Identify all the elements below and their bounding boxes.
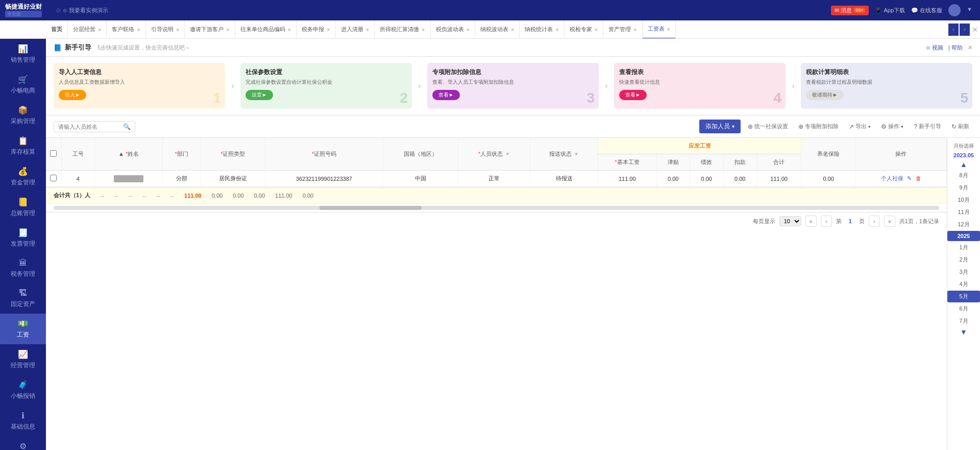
search-input[interactable] bbox=[58, 124, 121, 130]
toolbar-action-special[interactable]: ⊕ 专项附加扣除 bbox=[795, 121, 842, 132]
month-8[interactable]: 8月 bbox=[947, 170, 980, 181]
month-2[interactable]: 2月 bbox=[947, 254, 980, 266]
tab-shufu[interactable]: 税负波动表 × bbox=[431, 20, 475, 39]
tab-close-nashuistat[interactable]: × bbox=[555, 27, 558, 33]
row-checkbox[interactable] bbox=[50, 175, 57, 181]
tab-close-shuiwu[interactable]: × bbox=[327, 27, 330, 33]
search-box[interactable]: 🔍 bbox=[54, 121, 135, 132]
tab-close-zichan[interactable]: × bbox=[633, 27, 636, 33]
sidebar-item-expense[interactable]: 🧳 小畅报销 bbox=[0, 375, 46, 406]
month-12[interactable]: 12月 bbox=[947, 219, 980, 230]
step-5-btn[interactable]: 敬请期待► bbox=[806, 90, 844, 100]
toolbar-action-guide[interactable]: ? 新手引导 bbox=[911, 121, 944, 132]
sidebar-item-finance[interactable]: 💰 资金管理 bbox=[0, 161, 46, 192]
demo-link[interactable]: ⊙ ⊙ 我要看实例演示 bbox=[51, 7, 113, 14]
sidebar-item-payroll[interactable]: 💵 工资 bbox=[0, 314, 46, 344]
guide-close[interactable]: ✕ bbox=[968, 44, 972, 51]
online-service-button[interactable]: 💬 在线客服 bbox=[911, 7, 942, 14]
step-1-btn[interactable]: 导入► bbox=[59, 90, 86, 100]
month-3[interactable]: 3月 bbox=[947, 266, 980, 278]
add-person-button[interactable]: 添加人员 ▾ bbox=[699, 120, 741, 133]
tab-kehu[interactable]: 客户联络 × bbox=[107, 20, 145, 39]
report-filter-icon[interactable]: ▼ bbox=[574, 151, 579, 157]
prev-page-btn[interactable]: ‹ bbox=[821, 216, 832, 227]
sidebar-item-ledger[interactable]: 📒 总账管理 bbox=[0, 192, 46, 223]
sidebar-item-invoice[interactable]: 🧾 发票管理 bbox=[0, 223, 46, 253]
step-4-btn[interactable]: 查看► bbox=[619, 90, 647, 100]
first-page-btn[interactable]: « bbox=[805, 216, 817, 227]
sidebar-item-system[interactable]: ⚙ 系统管理 bbox=[0, 436, 46, 450]
sidebar-item-assets[interactable]: 🏗 固定资产 bbox=[0, 283, 46, 314]
tab-nashuistat[interactable]: 纳税统计表 × bbox=[520, 20, 564, 39]
tab-gongzi[interactable]: 工资表 × bbox=[643, 20, 676, 39]
tab-close-shuijian[interactable]: × bbox=[595, 27, 598, 33]
step-3-btn[interactable]: 查看► bbox=[432, 90, 460, 100]
next-page-btn[interactable]: › bbox=[869, 216, 880, 227]
tab-prev-arrow[interactable]: ‹ bbox=[948, 23, 959, 36]
close-all-tabs[interactable]: ✕ bbox=[970, 26, 980, 34]
sidebar-item-ecommerce[interactable]: 🛒 小畅电商 bbox=[0, 69, 46, 100]
tab-close-kehu[interactable]: × bbox=[137, 27, 140, 33]
toolbar-action-refresh[interactable]: ↻ 刷新 bbox=[948, 121, 972, 132]
select-all-checkbox[interactable] bbox=[50, 150, 57, 157]
tab-close-shufu[interactable]: × bbox=[467, 27, 470, 33]
sidebar-item-purchase[interactable]: 📦 采购管理 bbox=[0, 100, 46, 131]
tab-close-yaoqing[interactable]: × bbox=[226, 27, 229, 33]
notification-button[interactable]: ✉ 消息 99+ bbox=[831, 6, 869, 15]
tab-qingce[interactable]: 进入清册 × bbox=[336, 20, 375, 39]
month-10[interactable]: 10月 bbox=[947, 194, 980, 206]
tab-close-yindao[interactable]: × bbox=[176, 27, 179, 33]
footer-dash-3: -- bbox=[129, 193, 132, 199]
guide-title-text: 新手引导 bbox=[65, 43, 91, 52]
action-edit[interactable]: ✎ bbox=[907, 175, 912, 181]
toolbar-action-export[interactable]: ↗ 导出 ▾ bbox=[846, 121, 874, 132]
tab-close-gongzi[interactable]: × bbox=[667, 26, 670, 32]
sidebar-item-operations[interactable]: 📈 经营管理 bbox=[0, 344, 46, 375]
sidebar-item-sales[interactable]: 📊 销售管理 bbox=[0, 39, 46, 69]
tab-shuijian[interactable]: 税检专家 × bbox=[565, 20, 603, 39]
sidebar-item-inventory[interactable]: 📋 库存核算 bbox=[0, 131, 46, 161]
month-9[interactable]: 9月 bbox=[947, 182, 980, 194]
guide-help-link[interactable]: | 帮助 bbox=[948, 44, 963, 52]
per-page-select[interactable]: 10 20 50 bbox=[779, 216, 801, 226]
status-filter-icon[interactable]: ▼ bbox=[505, 151, 510, 157]
tab-close-nashui[interactable]: × bbox=[511, 27, 514, 33]
month-down-btn[interactable]: ▼ bbox=[959, 327, 968, 337]
step-2-btn[interactable]: 设置► bbox=[246, 90, 273, 100]
user-menu[interactable]: ▼ bbox=[967, 6, 975, 14]
tab-nav-arrows[interactable]: ‹ › bbox=[948, 23, 970, 36]
tab-close-wanglai[interactable]: × bbox=[288, 27, 291, 33]
month-6[interactable]: 6月 bbox=[947, 303, 980, 315]
tab-next-arrow[interactable]: › bbox=[960, 23, 970, 36]
toolbar-action-ops[interactable]: ⚙ 操作 ▾ bbox=[878, 121, 906, 132]
tab-fenceng[interactable]: 分层经营 × bbox=[68, 20, 107, 39]
tab-close-fenceng[interactable]: × bbox=[98, 27, 101, 33]
month-11[interactable]: 11月 bbox=[947, 206, 980, 218]
tab-yaoqing[interactable]: 邀请下游客户 × bbox=[185, 20, 235, 39]
month-1[interactable]: 1月 bbox=[947, 242, 980, 253]
action-social[interactable]: 个人社保 bbox=[881, 175, 903, 181]
action-delete[interactable]: 🗑 bbox=[916, 175, 921, 181]
month-up-btn[interactable]: ▲ bbox=[959, 159, 968, 170]
month-7[interactable]: 7月 bbox=[947, 315, 980, 327]
month-5[interactable]: 5月 bbox=[947, 291, 980, 302]
tab-shuiwu[interactable]: 税务申报 × bbox=[297, 20, 335, 39]
last-page-btn[interactable]: » bbox=[884, 216, 895, 227]
guide-video-link[interactable]: ⊙ 视频 bbox=[926, 44, 943, 52]
tab-wanglai[interactable]: 往来单位商品编码 × bbox=[235, 20, 297, 39]
app-download-button[interactable]: 📱 App下载 bbox=[875, 7, 905, 14]
tab-close-qingce[interactable]: × bbox=[366, 27, 369, 33]
tab-yindao[interactable]: 引导说明 × bbox=[146, 20, 185, 39]
month-4[interactable]: 4月 bbox=[947, 278, 980, 290]
scroll-thumb[interactable] bbox=[320, 206, 422, 210]
tab-nashui[interactable]: 纳税波动表 × bbox=[475, 20, 520, 39]
tab-home[interactable]: 首页 bbox=[46, 20, 68, 39]
sidebar-item-tax[interactable]: 🏛 税务管理 bbox=[0, 253, 46, 283]
sidebar-item-basic[interactable]: ℹ 基础信息 bbox=[0, 406, 46, 436]
tab-zichan[interactable]: 资产管理 × bbox=[603, 20, 642, 39]
tab-suode[interactable]: 所得税汇算清缴 × bbox=[375, 20, 430, 39]
toolbar-action-social[interactable]: ⊕ 统一社保设置 bbox=[745, 121, 791, 132]
avatar[interactable] bbox=[948, 4, 961, 16]
scroll-bar[interactable] bbox=[54, 206, 939, 210]
tab-close-suode[interactable]: × bbox=[422, 27, 425, 33]
